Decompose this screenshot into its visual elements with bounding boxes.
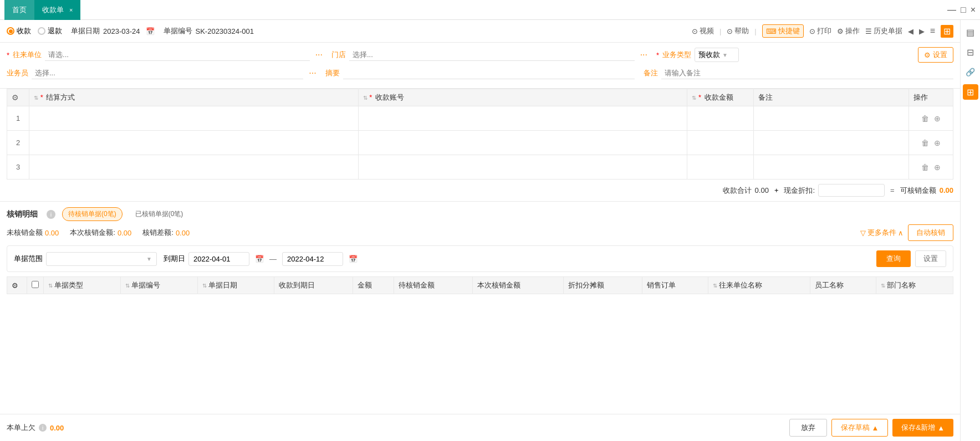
amount-cell-2[interactable]	[687, 131, 754, 155]
shortcut-btn[interactable]: ⌨ 快捷键	[762, 24, 804, 38]
th-amount: 金额	[353, 277, 394, 294]
close-window-icon[interactable]: ×	[971, 5, 976, 15]
abandon-btn[interactable]: 放弃	[789, 419, 827, 437]
nav-right-icon[interactable]: ▶	[919, 27, 925, 35]
notes-input[interactable]	[661, 67, 953, 79]
select-all-checkbox[interactable]	[32, 281, 39, 288]
print-btn[interactable]: ⊙ 打印	[809, 26, 831, 36]
copy-icon-3[interactable]: ⊕	[934, 163, 941, 172]
bottom-left: 本单上欠 i 0.00	[7, 423, 64, 433]
reconcile-section: 核销明细 i 待核销单据(0笔) 已核销单据(0笔) 未核销金额 0.00 本次…	[0, 202, 960, 414]
cal-to-icon[interactable]: 📅	[349, 255, 358, 263]
discount-summary: 现金折扣:	[784, 184, 885, 197]
delete-icon-1[interactable]: 🗑	[921, 114, 929, 123]
save-draft-chevron-icon: ▲	[872, 424, 879, 432]
toolbar: 收款 退款 单据日期 2023-03-24 📅 单据编号 SK-20230324…	[0, 20, 960, 43]
copy-icon-2[interactable]: ⊕	[934, 139, 941, 147]
table-gear-icon[interactable]: ⚙	[12, 93, 19, 102]
info-icon[interactable]: i	[47, 210, 55, 219]
sidebar-table-icon[interactable]: ▤	[963, 24, 978, 40]
save-new-btn[interactable]: 保存&新增 ▲	[892, 419, 953, 437]
maximize-icon[interactable]: □	[961, 5, 966, 15]
note-cell-1[interactable]	[754, 106, 909, 131]
tab-done[interactable]: 已核销单据(0笔)	[129, 207, 190, 221]
th-doc-type: ⇅ 单据类型	[44, 277, 121, 294]
delete-icon-2[interactable]: 🗑	[921, 139, 929, 147]
summary-input[interactable]	[343, 67, 635, 79]
amount-cell-1[interactable]	[687, 106, 754, 131]
gear-icon: ⚙	[924, 51, 931, 59]
data-table: ⚙ ⇅ * 结算方式 ⇅ * 收款账号 ⇅	[7, 89, 953, 180]
tab-home[interactable]: 首页	[4, 0, 34, 20]
due-date-to-input[interactable]	[282, 252, 343, 266]
history-btn[interactable]: ☰ 历史单据	[865, 26, 902, 36]
sidebar-expand-icon[interactable]: ⊞	[963, 84, 978, 100]
shop-input[interactable]	[349, 49, 635, 61]
bottom-right: 放弃 保存草稿 ▲ 保存&新增 ▲	[789, 419, 953, 437]
due-date-from-input[interactable]	[188, 252, 249, 266]
tab-pending[interactable]: 待核销单据(0笔)	[62, 207, 122, 221]
unchecked-stat: 未核销金额 0.00	[7, 228, 59, 238]
bottom-table: ⚙ ⇅ 单据类型 ⇅ 单据编号	[7, 276, 953, 294]
salesman-more-icon[interactable]: ···	[309, 68, 316, 78]
sidebar-import-icon[interactable]: ⊟	[963, 44, 978, 60]
account-cell-3[interactable]	[358, 155, 687, 180]
settings-button[interactable]: ⚙ 设置	[918, 47, 953, 63]
info-icon-bottom: i	[39, 424, 47, 432]
th-settings[interactable]: ⚙	[7, 89, 29, 106]
note-cell-2[interactable]	[754, 131, 909, 155]
search-btn[interactable]: 查询	[876, 250, 911, 267]
salesman-field: 业务员 ···	[7, 67, 317, 79]
shop-more-icon[interactable]: ···	[640, 50, 647, 60]
auto-reconcile-btn[interactable]: 自动核销	[908, 224, 953, 241]
business-type-field: * 业务类型 预收款 ▼	[656, 48, 909, 62]
filter-icon: ▽	[860, 229, 866, 237]
th-checkbox[interactable]	[27, 277, 44, 294]
due-date-field: 到期日 📅 — 📅	[164, 252, 358, 266]
save-draft-btn[interactable]: 保存草稿 ▲	[831, 419, 889, 437]
radio-receipt[interactable]: 收款	[7, 26, 31, 36]
table-settings-btn[interactable]: 设置	[915, 250, 946, 267]
help-btn[interactable]: ⊙ 帮助	[727, 26, 749, 36]
account-cell-2[interactable]	[358, 131, 687, 155]
payment-method-cell-1[interactable]	[29, 106, 359, 131]
range-select[interactable]: ▼	[46, 252, 157, 266]
more-conditions-btn[interactable]: ▽ 更多条件 ∧	[860, 228, 904, 238]
bottom-gear-icon[interactable]: ⚙	[12, 281, 18, 290]
radio-refund[interactable]: 退款	[38, 26, 62, 36]
view-grid-icon[interactable]: ⊞	[941, 25, 953, 38]
payment-method-cell-3[interactable]	[29, 155, 359, 180]
discount-input[interactable]	[818, 184, 885, 197]
copy-icon-1[interactable]: ⊕	[934, 114, 941, 123]
account-cell-1[interactable]	[358, 106, 687, 131]
calendar-icon[interactable]: 📅	[146, 27, 155, 35]
counterpart-more-icon[interactable]: ···	[315, 50, 323, 60]
th-gear[interactable]: ⚙	[7, 277, 27, 294]
amount-cell-3[interactable]	[687, 155, 754, 180]
tab-active[interactable]: 收款单 ×	[34, 0, 80, 20]
ops-cell-2: 🗑 ⊕	[909, 131, 953, 155]
shop-field: 门店 ···	[331, 49, 647, 61]
sidebar-link-icon[interactable]: 🔗	[963, 64, 978, 80]
th-dept: ⇅ 部门名称	[876, 277, 953, 294]
video-btn[interactable]: ⊙ 视频	[692, 26, 714, 36]
current-stat: 本次核销金额: 0.00	[70, 228, 131, 238]
save-new-chevron-icon: ▲	[937, 424, 945, 432]
tab-close-icon[interactable]: ×	[69, 0, 73, 20]
th-pending-amount: 待核销金额	[394, 277, 473, 294]
payment-method-cell-2[interactable]	[29, 131, 359, 155]
view-list-icon[interactable]: ≡	[930, 26, 935, 36]
counterpart-input[interactable]	[45, 49, 310, 61]
minimize-icon[interactable]: —	[947, 5, 956, 15]
shortcut-icon: ⌨	[766, 27, 777, 35]
business-type-select[interactable]: 预收款 ▼	[695, 48, 739, 62]
th-doc-num: ⇅ 单据编号	[120, 277, 197, 294]
cal-from-icon[interactable]: 📅	[255, 255, 264, 263]
delete-icon-3[interactable]: 🗑	[921, 163, 929, 172]
table-row: 2 🗑 ⊕	[7, 131, 953, 155]
note-cell-3[interactable]	[754, 155, 909, 180]
operation-btn[interactable]: ⚙ 操作	[837, 26, 860, 36]
nav-left-icon[interactable]: ◀	[908, 27, 913, 35]
salesman-input[interactable]	[32, 67, 303, 79]
row-num-1: 1	[7, 106, 29, 131]
